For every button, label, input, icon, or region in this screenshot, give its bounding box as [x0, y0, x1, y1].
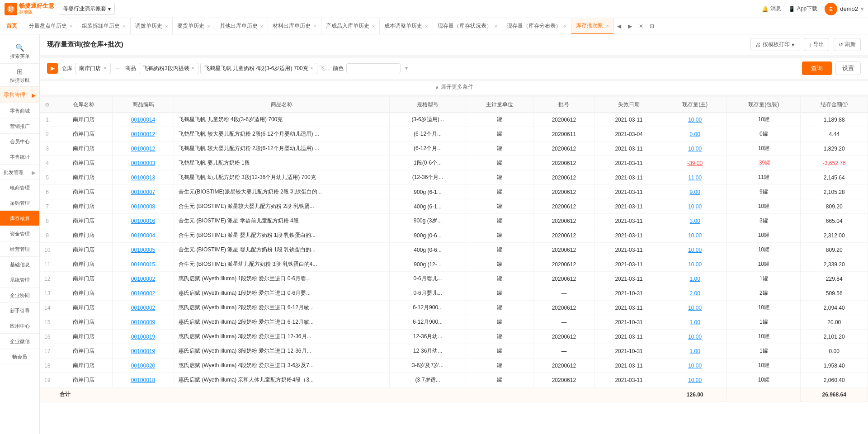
sidebar-item-inventory[interactable]: 库存核算 [0, 211, 39, 226]
tab-kucunpici[interactable]: 库存批次账 × [571, 18, 613, 34]
sidebar-item-wholesale[interactable]: 批发管理 ▶ [0, 165, 39, 180]
user-menu[interactable]: E demo2 ▾ [825, 3, 863, 15]
warehouse-tag-close[interactable]: × [104, 65, 107, 71]
row-qty-main[interactable]: 10.00 [663, 359, 727, 373]
sidebar-search[interactable]: 🔍 搜索英单 [0, 39, 39, 64]
tab-close-chancheng[interactable]: × [372, 24, 375, 29]
template-print-btn[interactable]: 🖨 按模板打印 ▾ [750, 38, 799, 51]
sidebar-item-app-center[interactable]: 应用中心 [0, 318, 39, 334]
row-qty-main[interactable]: 0.00 [663, 127, 727, 142]
row-code[interactable]: 00100018 [112, 373, 174, 387]
tab-close-qitachu[interactable]: × [260, 24, 263, 29]
sidebar-item-basic-info[interactable]: 基础信息 [0, 257, 39, 272]
row-code[interactable]: 00100009 [112, 315, 174, 330]
row-qty-main[interactable]: 2.00 [663, 286, 727, 301]
row-code[interactable]: 00100020 [112, 359, 174, 373]
row-qty-main[interactable]: 10.00 [663, 142, 727, 156]
product-tag-2-close[interactable]: × [310, 65, 313, 71]
refresh-btn[interactable]: ↺ 刷新 [834, 38, 861, 51]
expand-more-btn[interactable]: ∨ 展开更多条件 [435, 83, 473, 91]
message-btn[interactable]: 🔔 消息 [762, 5, 781, 13]
tab-close-all[interactable]: ✕ [636, 18, 646, 34]
row-qty-main[interactable]: 1.00 [663, 272, 727, 286]
row-qty-main[interactable]: 11.00 [663, 170, 727, 185]
product-more[interactable]: 飞... [319, 65, 329, 72]
tab-close-zuhe[interactable]: × [123, 24, 125, 29]
row-code[interactable]: 00100012 [112, 127, 174, 142]
row-qty-main[interactable]: 10.00 [663, 228, 727, 243]
row-qty-main[interactable]: 10.00 [663, 330, 727, 344]
sidebar-item-purchase[interactable]: 采购管理 [0, 195, 39, 211]
row-code[interactable]: 00100016 [112, 214, 174, 228]
row-code[interactable]: 00100004 [112, 228, 174, 243]
query-btn[interactable]: 查询 [802, 61, 832, 75]
row-code[interactable]: 00100012 [112, 142, 174, 156]
product-tag-2[interactable]: 飞鹤星飞帆 儿童奶粉 4段(3-6岁适用) 700克 × [200, 63, 317, 74]
sidebar-item-ecommerce[interactable]: 电商管理 [0, 180, 39, 195]
row-code[interactable]: 00100019 [112, 344, 174, 359]
settings-icon[interactable]: ⚙ [45, 102, 50, 108]
table-container[interactable]: ⚙ 仓库名称 商品编码 商品名称 规格型号 主计量单位 批号 失效日期 现存量(… [40, 97, 868, 434]
filter-expand-btn[interactable]: ▶ [47, 63, 58, 74]
sidebar-item-retail-shop[interactable]: 零售商城 [0, 103, 39, 118]
tab-diaob[interactable]: 调拨单历史 × [131, 18, 173, 34]
sidebar-item-newbie[interactable]: 新手引导 [0, 303, 39, 318]
row-code[interactable]: 00100019 [112, 330, 174, 344]
row-code[interactable]: 00100008 [112, 199, 174, 214]
sidebar-item-system[interactable]: 系统管理 [0, 272, 39, 288]
col-settings[interactable]: ⚙ [40, 97, 55, 113]
color-input[interactable] [346, 63, 401, 73]
sidebar-item-retail-mgmt[interactable]: 零售管理 ▶ [0, 87, 39, 103]
row-code[interactable]: 00100015 [112, 257, 174, 272]
row-code[interactable]: 00100007 [112, 185, 174, 199]
row-code[interactable]: 00100005 [112, 243, 174, 257]
row-code[interactable]: 00100002 [112, 272, 174, 286]
row-qty-main[interactable]: -39.00 [663, 156, 727, 170]
row-qty-main[interactable]: 10.00 [663, 199, 727, 214]
tab-fenpan[interactable]: 分量盘点单历史 × [24, 18, 77, 34]
row-qty-main[interactable]: 1.00 [663, 315, 727, 330]
row-qty-main[interactable]: 10.00 [663, 113, 727, 127]
tab-close-yaohuo[interactable]: × [207, 24, 210, 29]
tab-yaohuo[interactable]: 要货单历史 × [173, 18, 215, 34]
product-tag-1-close[interactable]: × [191, 65, 194, 71]
row-code[interactable]: 00100013 [112, 170, 174, 185]
row-qty-main[interactable]: 10.00 [663, 373, 727, 387]
row-qty-main[interactable]: 9.00 [663, 185, 727, 199]
setting-btn[interactable]: 设置 [835, 61, 861, 75]
sidebar-quick-nav[interactable]: ⊞ 快捷导航 [0, 64, 39, 87]
tab-zuhe[interactable]: 组装拆卸单历史 × [77, 18, 130, 34]
tab-close-diaob[interactable]: × [165, 24, 168, 29]
sidebar-item-finance[interactable]: 资金管理 [0, 226, 39, 241]
export-btn[interactable]: ↓ 导出 [804, 38, 829, 51]
sidebar-item-member[interactable]: 会员中心 [0, 134, 39, 149]
tab-close-xiancun2[interactable]: × [564, 24, 566, 29]
row-qty-main[interactable]: 10.00 [663, 257, 727, 272]
warehouse-tag[interactable]: 南岸门店 × [75, 63, 111, 74]
sidebar-item-operations[interactable]: 经营管理 [0, 241, 39, 257]
tab-close-kucunpici[interactable]: × [606, 23, 609, 28]
tab-qitachu[interactable]: 其他出库单历史 × [215, 18, 268, 34]
sidebar-item-enterprise[interactable]: 企业协同 [0, 288, 39, 303]
tab-nav-expand[interactable]: ⊡ [646, 18, 657, 34]
row-qty-main[interactable]: 10.00 [663, 301, 727, 315]
app-download-btn[interactable]: 📱 App下载 [788, 5, 817, 13]
color-dropdown-icon[interactable]: ▾ [403, 65, 410, 71]
row-qty-main[interactable]: 3.00 [663, 214, 727, 228]
row-code[interactable]: 00100002 [112, 286, 174, 301]
tab-chancheng[interactable]: 产成品入库单历史 × [321, 18, 380, 34]
sidebar-item-marketing[interactable]: 营销推广 [0, 118, 39, 134]
tab-close-chenben[interactable]: × [425, 24, 428, 29]
row-code[interactable]: 00100002 [112, 301, 174, 315]
tab-nav-right[interactable]: ▶ [625, 18, 636, 34]
org-selector[interactable]: 母婴行业演示账套 ▾ [59, 3, 115, 15]
sidebar-item-retail-stats[interactable]: 零售统计 [0, 149, 39, 165]
tab-xiancun2[interactable]: 现存量（库存分布表） × [502, 18, 571, 34]
row-qty-main[interactable]: 1.00 [663, 344, 727, 359]
row-qty-main[interactable]: 10.00 [663, 243, 727, 257]
row-code[interactable]: 00100003 [112, 156, 174, 170]
row-code[interactable]: 00100014 [112, 113, 174, 127]
sidebar-item-wx[interactable]: 企业微信 [0, 334, 39, 349]
warehouse-more[interactable]: ··· [113, 65, 122, 71]
tab-close-xiancun1[interactable]: × [495, 24, 497, 29]
